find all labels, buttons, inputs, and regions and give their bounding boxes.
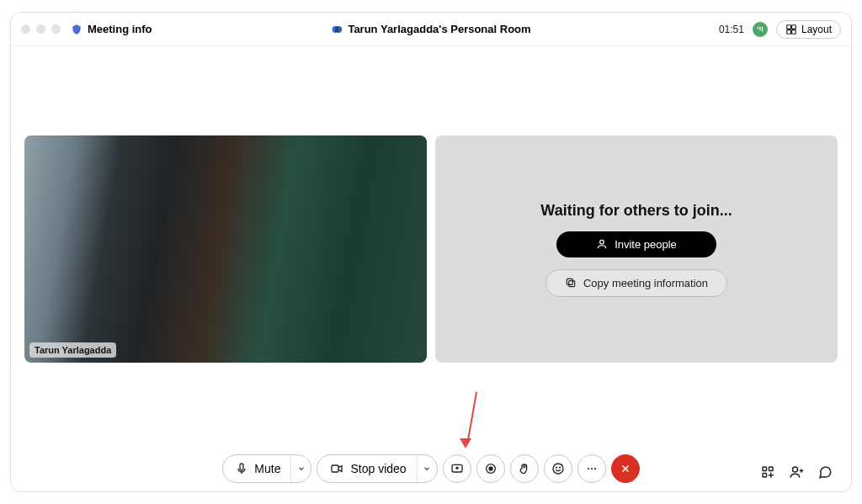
room-title-text: Tarun Yarlagadda's Personal Room <box>348 23 530 35</box>
close-icon <box>620 463 631 475</box>
video-grid: Tarun Yarlagadda Waiting for others to j… <box>11 46 851 491</box>
participants-icon <box>789 464 804 480</box>
svg-rect-22 <box>763 474 767 478</box>
svg-rect-4 <box>787 29 791 34</box>
chat-icon <box>817 464 833 480</box>
record-icon <box>484 462 498 475</box>
end-call-button[interactable] <box>611 454 640 483</box>
apps-button[interactable] <box>760 464 775 480</box>
mute-options-caret[interactable] <box>290 455 311 482</box>
share-screen-button[interactable] <box>443 454 471 483</box>
mute-button[interactable]: Mute <box>223 455 290 482</box>
svg-point-1 <box>335 25 342 32</box>
copy-icon <box>565 277 577 289</box>
participants-button[interactable] <box>789 464 804 480</box>
svg-point-6 <box>600 240 604 244</box>
svg-point-13 <box>489 467 492 470</box>
encryption-badge[interactable] <box>753 22 768 37</box>
meeting-toolbar: Mute Stop video <box>11 454 851 483</box>
self-video-tile[interactable]: Tarun Yarlagadda <box>24 135 427 363</box>
window-controls[interactable] <box>21 24 61 34</box>
svg-rect-10 <box>332 465 338 472</box>
window-close-dot[interactable] <box>21 24 30 34</box>
raise-hand-button[interactable] <box>510 454 539 483</box>
svg-point-23 <box>793 467 798 472</box>
stop-video-split-button[interactable]: Stop video <box>317 454 437 483</box>
titlebar-right: 01:51 Layout <box>719 20 841 39</box>
more-options-button[interactable] <box>577 454 606 483</box>
svg-rect-2 <box>787 24 791 29</box>
emoji-icon <box>551 462 565 475</box>
video-options-caret[interactable] <box>417 455 437 482</box>
toolbar-right-panel <box>760 464 833 480</box>
chat-button[interactable] <box>817 464 833 480</box>
record-button[interactable] <box>476 454 505 483</box>
person-add-icon <box>596 238 608 250</box>
layout-button-label: Layout <box>801 24 832 35</box>
chevron-down-icon <box>297 464 306 473</box>
mute-label: Mute <box>254 462 280 475</box>
invite-people-label: Invite people <box>615 238 677 251</box>
svg-rect-3 <box>792 24 796 29</box>
svg-rect-21 <box>769 467 774 471</box>
window-min-dot[interactable] <box>36 24 45 34</box>
chevron-down-icon <box>423 464 431 473</box>
svg-point-16 <box>559 467 560 468</box>
room-title: Tarun Yarlagadda's Personal Room <box>331 23 530 35</box>
copy-meeting-info-label: Copy meeting information <box>583 277 708 289</box>
svg-rect-5 <box>792 29 796 34</box>
svg-point-19 <box>594 468 596 470</box>
ellipsis-icon <box>585 462 599 475</box>
video-camera-icon <box>329 462 344 475</box>
waiting-message: Waiting for others to join... <box>540 202 732 220</box>
meeting-info-button[interactable]: Meeting info <box>88 23 152 35</box>
stop-video-button[interactable]: Stop video <box>317 455 416 482</box>
mute-split-button[interactable]: Mute <box>222 454 311 483</box>
svg-rect-20 <box>763 467 767 471</box>
titlebar: Meeting info Tarun Yarlagadda's Personal… <box>11 13 851 46</box>
share-screen-icon <box>450 462 464 475</box>
webex-logo-icon <box>331 24 343 35</box>
meeting-window: Meeting info Tarun Yarlagadda's Personal… <box>10 12 852 492</box>
svg-point-15 <box>556 467 556 468</box>
reactions-button[interactable] <box>544 454 572 483</box>
svg-rect-7 <box>569 281 575 287</box>
window-max-dot[interactable] <box>51 24 61 34</box>
microphone-icon <box>235 462 248 475</box>
svg-rect-8 <box>567 279 572 284</box>
stop-video-label: Stop video <box>350 462 406 475</box>
copy-meeting-info-button[interactable]: Copy meeting information <box>545 269 727 297</box>
layout-grid-icon <box>785 24 797 35</box>
svg-point-17 <box>588 468 589 470</box>
raise-hand-icon <box>518 463 530 475</box>
participant-name-label: Tarun Yarlagadda <box>29 342 116 358</box>
apps-icon <box>760 464 775 480</box>
invite-people-button[interactable]: Invite people <box>556 231 716 257</box>
svg-rect-9 <box>240 464 243 470</box>
waiting-tile: Waiting for others to join... Invite peo… <box>435 135 838 363</box>
svg-point-18 <box>591 468 593 470</box>
shield-icon[interactable] <box>71 24 82 35</box>
layout-button[interactable]: Layout <box>776 20 841 39</box>
meeting-duration: 01:51 <box>719 24 744 35</box>
